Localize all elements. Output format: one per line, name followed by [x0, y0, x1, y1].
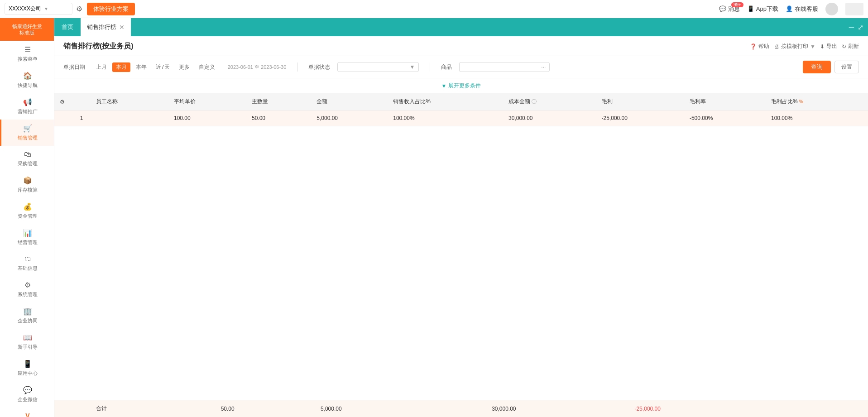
sidebar-label-purchase: 采购管理 — [18, 160, 38, 167]
tab-home[interactable]: 首页 — [54, 18, 81, 36]
logo-line1: 畅康通好生意 — [12, 23, 42, 29]
sidebar-label-marketing: 营销推广 — [18, 108, 38, 115]
settings-button[interactable]: 设置 — [834, 61, 859, 73]
online-service-label: 在线客服 — [795, 5, 818, 13]
system-icon: ⚙ — [24, 281, 31, 289]
enterprise-icon: 🏢 — [23, 307, 32, 316]
trial-button[interactable]: 体验行业方案 — [87, 3, 135, 15]
date-tabs: 上月 本月 本年 近7天 更多 自定义 — [92, 62, 219, 72]
expand-row: ▼ 展开更多条件 — [54, 78, 868, 93]
sidebar-item-search[interactable]: ☰ 搜索菜单 — [0, 41, 54, 67]
row-qty: 50.00 — [246, 110, 311, 126]
date-filter-label: 单据日期 — [63, 63, 85, 71]
tab-sales-rank[interactable]: 销售排行榜 ✕ — [81, 18, 131, 36]
date-tab-custom[interactable]: 自定义 — [195, 62, 219, 72]
col-rank — [72, 93, 91, 110]
date-tab-last-month[interactable]: 上月 — [92, 62, 110, 72]
row-sales-pct: 100.00% — [388, 110, 503, 126]
row-profit: -25,000.00 — [596, 110, 684, 126]
sidebar-item-app-center[interactable]: 📱 应用中心 — [0, 355, 54, 381]
refresh-button[interactable]: ↻ 刷新 — [842, 43, 859, 50]
sidebar-item-enterprise-collab[interactable]: 🏢 企业协同 — [0, 302, 54, 329]
status-filter-label: 单据状态 — [308, 63, 330, 71]
status-dropdown-icon: ▼ — [409, 64, 415, 70]
sidebar-item-sales[interactable]: 🛒 销售管理 — [0, 120, 54, 146]
sidebar-item-marketing[interactable]: 📢 营销推广 — [0, 93, 54, 120]
col-cost: 成本全额 ⓘ — [503, 93, 596, 110]
col-profit-pct: 毛利占比% % — [766, 93, 868, 110]
sidebar-label-wechat: 企业微信 — [18, 396, 38, 403]
member-icon: V — [25, 412, 29, 417]
finance-icon: 💰 — [23, 202, 32, 211]
sidebar-label-sales: 销售管理 — [18, 134, 38, 141]
help-button[interactable]: ❓ 帮助 — [750, 43, 769, 50]
row-settings — [54, 110, 72, 126]
col-settings[interactable]: ⚙ — [54, 93, 72, 110]
app-center-icon: 📱 — [23, 359, 32, 368]
date-tab-7days[interactable]: 近7天 — [152, 62, 173, 72]
marketing-icon: 📢 — [23, 98, 32, 106]
chevron-down-icon: ▼ — [44, 6, 48, 11]
goods-filter-label: 商品 — [441, 63, 452, 71]
app-download-button[interactable]: 📱 App下载 — [747, 5, 778, 13]
query-button[interactable]: 查询 — [803, 61, 831, 73]
active-tab-label: 销售排行榜 — [87, 23, 116, 31]
mobile-icon: 📱 — [747, 5, 754, 12]
cost-info-icon[interactable]: ⓘ — [532, 98, 537, 105]
row-amount: 5,000.00 — [311, 110, 388, 126]
goods-select[interactable]: ··· — [459, 62, 550, 72]
sidebar-item-system[interactable]: ⚙ 系统管理 — [0, 276, 54, 302]
sidebar-item-quick-nav[interactable]: 🏠 快捷导航 — [0, 67, 54, 93]
refresh-label: 刷新 — [848, 43, 859, 50]
help-label: 帮助 — [758, 43, 769, 50]
wechat-icon: 💬 — [23, 386, 32, 394]
date-tab-this-month[interactable]: 本月 — [112, 62, 130, 72]
sidebar-item-wechat[interactable]: 💬 企业微信 — [0, 381, 54, 407]
expand-button[interactable]: ▼ 展开更多条件 — [441, 82, 481, 90]
tab-minimize-icon[interactable]: ─ — [849, 23, 854, 31]
date-tab-this-year[interactable]: 本年 — [132, 62, 150, 72]
col-profit-rate: 毛利率 — [684, 93, 766, 110]
message-button[interactable]: 💬 消息 99+ — [719, 5, 740, 13]
print-button[interactable]: 🖨 按模板打印 ▼ — [774, 43, 815, 50]
status-select[interactable]: ▼ — [337, 62, 419, 72]
home-icon: 🏠 — [23, 72, 32, 80]
sidebar-item-operations[interactable]: 📊 经营管理 — [0, 224, 54, 250]
date-tab-more[interactable]: 更多 — [175, 62, 193, 72]
sidebar-label-inventory: 库存核算 — [18, 187, 38, 193]
company-selector[interactable]: XXXXXX公司 ▼ — [5, 3, 72, 15]
sidebar-label-app: 应用中心 — [18, 370, 38, 377]
tab-maximize-icon[interactable]: ⤢ — [858, 23, 863, 32]
profit-pct-icon[interactable]: % — [799, 99, 803, 104]
date-range-display: 2023-06-01 至 2023-06-30 — [228, 64, 287, 71]
home-tab-label: 首页 — [62, 23, 73, 31]
footer-table: 合计 50.00 5,000.00 30,000.00 -25,000.00 — [54, 400, 868, 417]
row-cost: 30,000.00 — [503, 110, 596, 126]
table-footer: 合计 50.00 5,000.00 30,000.00 -25,000.00 — [54, 400, 868, 417]
online-service-button[interactable]: 👤 在线客服 — [786, 5, 818, 13]
sidebar-item-finance[interactable]: 💰 资金管理 — [0, 198, 54, 224]
page-title: 销售排行榜(按业务员) — [63, 42, 134, 51]
expand-label: 展开更多条件 — [448, 82, 481, 90]
sidebar-label-guide: 新手引导 — [18, 344, 38, 350]
row-name — [91, 110, 168, 126]
refresh-icon: ↻ — [842, 43, 846, 50]
sidebar-item-member[interactable]: V 畅会员 — [0, 407, 54, 417]
footer-cost: 30,000.00 — [486, 400, 629, 417]
topbar-settings-icon[interactable]: ⚙ — [76, 5, 82, 13]
footer-amount: 5,000.00 — [315, 400, 446, 417]
company-name: XXXXXX公司 — [9, 5, 41, 13]
print-chevron: ▼ — [810, 43, 815, 50]
user-avatar[interactable] — [825, 3, 838, 15]
footer-profit: -25,000.00 — [629, 400, 780, 417]
sidebar-item-basic-info[interactable]: 🗂 基础信息 — [0, 250, 54, 276]
sidebar-item-inventory[interactable]: 📦 库存核算 — [0, 172, 54, 198]
print-icon: 🖨 — [774, 43, 779, 50]
sidebar-item-purchase[interactable]: 🛍 采购管理 — [0, 146, 54, 172]
tab-close-icon[interactable]: ✕ — [119, 24, 125, 31]
row-avg-price: 100.00 — [168, 110, 246, 126]
export-button[interactable]: ⬇ 导出 — [820, 43, 837, 50]
sidebar-item-guide[interactable]: 📖 新手引导 — [0, 329, 54, 355]
help-icon: ❓ — [750, 43, 757, 50]
sidebar-label-operations: 经营管理 — [18, 239, 38, 246]
